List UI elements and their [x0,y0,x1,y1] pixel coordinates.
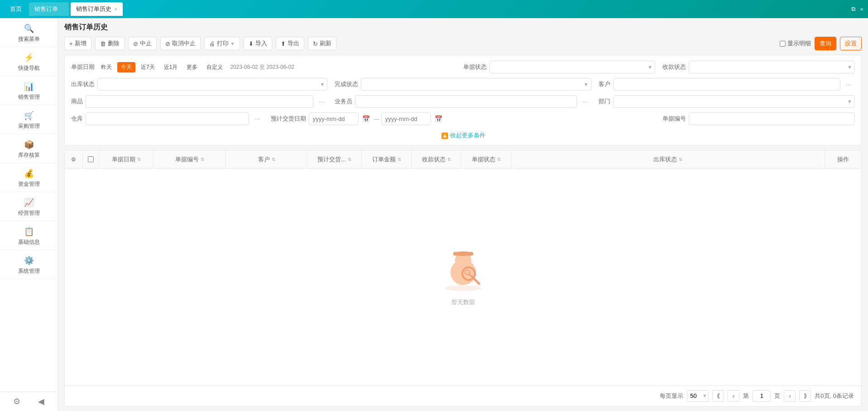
display-detail-checkbox-wrap[interactable]: 显示明细 [780,39,811,48]
th-order-status[interactable]: 单据状态 ⇅ [461,150,511,168]
goods-input[interactable] [86,95,313,108]
warehouse-input[interactable] [86,112,249,125]
th-customer[interactable]: 客户 ⇅ [226,150,307,168]
delivery-date-end[interactable] [381,112,431,125]
sidebar-item-quick-nav[interactable]: ⚡ 快捷导航 [0,47,58,76]
sidebar-item-purchase-mgmt[interactable]: 🛒 采购管理 [0,105,58,134]
tab-sales-order-history[interactable]: 销售订单历史 × [71,2,122,16]
th-checkbox [83,150,99,168]
th-order-no[interactable]: 单据编号 ⇅ [153,150,226,168]
filter-completion-status: 完成状态 ▼ [335,78,591,91]
filter-department: 部门 ▼ [599,95,855,108]
date-btn-custom[interactable]: 自定义 [203,62,226,73]
filter-customer: 客户 ··· [599,78,855,91]
table-wrap: ⚙ 单据日期 ⇅ 单据编号 ⇅ 客户 ⇅ 预计交货... [64,150,862,406]
salesperson-input[interactable] [355,95,577,108]
collapse-up-icon: 🔼 [441,132,448,139]
customer-ellipsis-btn[interactable]: ··· [842,80,855,89]
close-window-btn[interactable]: × [860,6,863,13]
prev-page-btn[interactable]: ‹ [728,390,739,402]
th-amount[interactable]: 订单金额 ⇅ [362,150,412,168]
salesperson-ellipsis-btn[interactable]: ··· [579,97,591,106]
page-size-select[interactable]: 10 20 50 100 [687,390,709,402]
search-menu-icon: 🔍 [24,24,34,34]
th-delivery-status[interactable]: 出库状态 ⇅ [511,150,825,168]
date-btn-yesterday[interactable]: 昨天 [97,62,115,73]
refresh-button[interactable]: ↻ 刷新 [308,37,336,50]
svg-rect-4 [453,252,473,256]
sidebar-item-basic-info[interactable]: 📋 基础信息 [0,221,58,250]
stop-icon: ⊘ [133,40,138,47]
last-page-btn[interactable]: ⟫ [799,390,811,402]
sidebar-settings-icon[interactable]: ⚙ [13,396,20,406]
th-payment-status[interactable]: 收款状态 ⇅ [412,150,461,168]
sidebar-item-ops-mgmt[interactable]: 📈 经营管理 [0,192,58,221]
goods-ellipsis-btn[interactable]: ··· [315,97,328,106]
restore-btn[interactable]: ⧉ [851,5,855,13]
delivery-status-select[interactable] [97,78,327,91]
payment-status-select[interactable] [689,61,855,73]
new-button[interactable]: + 新增 [64,37,91,50]
th-delivery-date[interactable]: 预计交货... ⇅ [307,150,362,168]
sidebar-item-search-menu[interactable]: 🔍 搜索菜单 [0,18,58,47]
cancel-stop-icon: ⊘ [165,40,170,47]
tab-home[interactable]: 首页 [5,2,27,16]
close-sales-order-tab[interactable]: × [61,6,63,12]
sidebar-item-finance-mgmt[interactable]: 💰 资金管理 [0,163,58,192]
warehouse-ellipsis-btn[interactable]: ··· [251,114,264,123]
sort-amount-icon: ⇅ [398,157,401,162]
table-body: 暂无数据 [65,169,861,385]
close-history-tab[interactable]: × [114,6,117,12]
order-no-input[interactable] [689,112,855,125]
print-button[interactable]: 🖨 打印 ▼ [204,37,240,50]
sidebar-item-sys-mgmt[interactable]: ⚙️ 系统管理 [0,250,58,279]
query-button[interactable]: 查询 [815,37,836,50]
select-all-checkbox[interactable] [88,156,94,162]
import-button[interactable]: ⬇ 导入 [244,37,272,50]
date-btn-7days[interactable]: 近7天 [137,62,158,73]
settings-button[interactable]: 设置 [840,37,862,50]
stop-button[interactable]: ⊘ 中止 [128,37,157,50]
sidebar-item-sales-mgmt[interactable]: 📊 销售管理 [0,76,58,105]
calendar-start-icon[interactable]: 📅 [360,115,372,122]
display-detail-checkbox[interactable] [780,41,786,47]
first-page-btn[interactable]: ⟪ [712,390,724,402]
pagination: 每页显示 10 20 50 100 ▼ ⟪ ‹ 第 页 › ⟫ 共0页, [65,385,861,406]
sort-customer-icon: ⇅ [272,157,275,162]
filter-row-2: 出库状态 ▼ 完成状态 ▼ 客户 [71,78,855,91]
tab-sales-order[interactable]: 销售订单 × [29,2,69,16]
sort-date-icon: ⇅ [137,157,141,162]
calendar-end-icon[interactable]: 📅 [433,115,444,122]
cancel-stop-button[interactable]: ⊘ 取消中止 [160,37,201,50]
date-btn-more[interactable]: 更多 [183,62,201,73]
filter-panel: 单据日期 昨天 今天 近7天 近1月 更多 自定义 2023-06-02 至 2… [64,55,862,145]
purchase-mgmt-icon: 🛒 [24,111,34,121]
inventory-mgmt-icon: 📦 [24,140,34,150]
department-select-wrap: ▼ [613,95,855,108]
new-icon: + [69,40,73,47]
date-btn-1month[interactable]: 近1月 [160,62,182,73]
toolbar: + 新增 🗑 删除 ⊘ 中止 ⊘ 取消中止 🖨 打印 ▼ ⬇ 导 [64,37,862,50]
sidebar-item-inventory-mgmt[interactable]: 📦 库存核算 [0,134,58,163]
filter-row-3: 商品 ··· 业务员 ··· 部门 [71,95,855,108]
sort-order-status-icon: ⇅ [497,157,501,162]
date-btn-today[interactable]: 今天 [117,62,135,73]
filter-order-status: 单据状态 ▼ [463,61,656,73]
delete-icon: 🗑 [100,40,106,47]
sidebar-collapse-icon[interactable]: ◀ [38,396,44,406]
delivery-date-control: 📅 — 📅 [309,112,656,125]
customer-input[interactable] [613,78,841,91]
delete-button[interactable]: 🗑 删除 [95,37,125,50]
next-page-btn[interactable]: › [784,390,796,402]
export-button[interactable]: ⬆ 导出 [276,37,304,50]
sort-delivery-status-icon: ⇅ [679,157,682,162]
filter-collapse[interactable]: 🔼 收起更多条件 [71,130,855,140]
order-status-select[interactable] [489,61,656,73]
th-settings[interactable]: ⚙ [65,150,83,168]
filter-salesperson: 业务员 ··· [335,95,591,108]
th-date[interactable]: 单据日期 ⇅ [99,150,153,168]
delivery-date-start[interactable] [309,112,359,125]
completion-status-select[interactable] [361,78,591,91]
page-num-input[interactable] [753,390,771,402]
department-select[interactable] [613,95,855,108]
